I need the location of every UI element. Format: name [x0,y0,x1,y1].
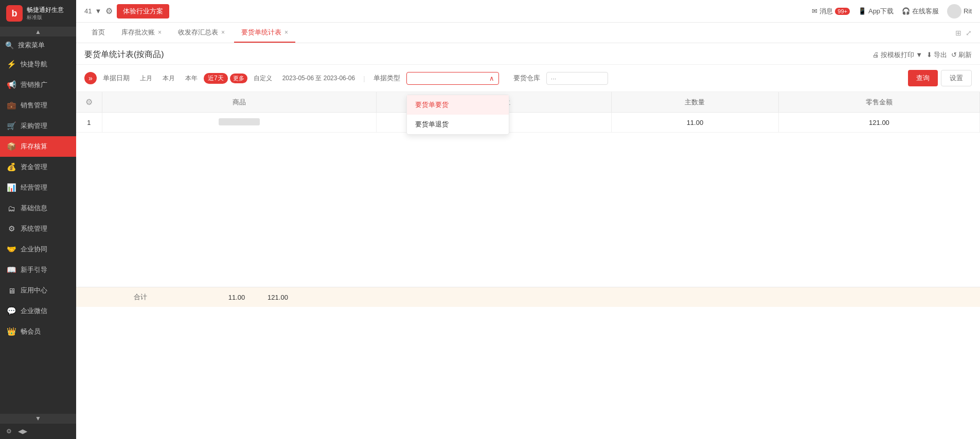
export-label: 导出 [934,50,947,60]
topbar: 41 ▼ ⚙ 体验行业方案 ✉ 消息 99+ 📱 App下载 🎧 在线客服 R [76,0,980,23]
dropdown-item-tuihuo[interactable]: 要货单退货 [407,115,509,134]
print-dropdown-icon[interactable]: ▼ [916,51,922,59]
sidebar-item-changhyuanui[interactable]: 👑 畅会员 [0,321,76,342]
store-dropdown-icon[interactable]: ▼ [95,7,101,15]
trial-btn[interactable]: 体验行业方案 [117,4,169,19]
tab-receive-summary-close[interactable]: × [221,29,225,36]
app-download-btn[interactable]: 📱 App下载 [858,7,894,16]
handshake-icon: 🤝 [6,244,16,254]
tab-receive-summary-label: 收发存汇总表 [178,28,218,37]
sidebar-item-caigouguanli[interactable]: 🛒 采购管理 [0,116,76,136]
row-index: 1 [76,113,102,133]
sidebar-item-label: 营销推广 [21,80,47,89]
sidebar-item-xitonguanli[interactable]: ⚙ 系统管理 [0,218,76,239]
sidebar-item-qiyexietong[interactable]: 🤝 企业协同 [0,239,76,260]
sidebar-item-jingyingguanli[interactable]: 📊 经营管理 [0,177,76,198]
dropdown-item-yaohuo[interactable]: 要货单要货 [407,95,509,115]
col-settings[interactable]: ⚙ [76,92,102,113]
topbar-store: 41 ▼ [84,7,101,15]
sidebar-item-yingyongzhongxin[interactable]: 🖥 应用中心 [0,280,76,301]
date-range: 2023-05-06 至 2023-06-06 [282,74,355,83]
date-btn-last-month[interactable]: 上月 [136,72,156,84]
headset-icon: 🎧 [902,7,910,15]
sidebar-bottom: ⚙ ◀▶ [0,423,76,439]
table-row: 1 块 11.00 121.00 [76,113,980,133]
sidebar-item-label: 采购管理 [21,121,47,131]
topbar-right: ✉ 消息 99+ 📱 App下载 🎧 在线客服 Rit [812,4,972,19]
sidebar-item-zijinguanli[interactable]: 💰 资金管理 [0,157,76,177]
sidebar-search[interactable]: 🔍 搜索菜单 [0,36,76,54]
message-label: 消息 [819,7,833,16]
tab-order-stat-close[interactable]: × [284,29,288,36]
message-icon: ✉ [812,7,817,15]
footer-amount: 121.00 [257,294,298,301]
date-btn-more[interactable]: 更多 [230,74,247,83]
sidebar-item-xinshouyindao[interactable]: 📖 新手引导 [0,260,76,280]
data-table: ⚙ 商品 主计量单位 主数量 零售金额 1 [76,92,980,133]
app-logo-icon: b [6,5,23,22]
date-btn-this-year[interactable]: 本年 [181,72,202,84]
sidebar-logo: b 畅捷通好生意 标准版 [0,0,76,27]
sidebar-settings-icon[interactable]: ⚙ [6,428,12,435]
user-avatar[interactable]: Rit [947,4,972,19]
sidebar-item-yingxiaotugguang[interactable]: 📢 营销推广 [0,75,76,95]
warehouse-label: 要货仓库 [513,74,540,83]
guide-icon: 📖 [6,265,16,275]
sidebar: b 畅捷通好生意 标准版 ▲ 🔍 搜索菜单 ⚡ 快捷导航 📢 营销推广 💼 销售… [0,0,76,439]
app-download-label: App下载 [868,7,894,16]
sidebar-item-label: 经营管理 [21,183,47,192]
export-btn[interactable]: ⬇ 导出 [926,50,947,60]
refresh-icon: ↺ [951,51,957,59]
type-label: 单据类型 [373,74,400,83]
message-btn[interactable]: ✉ 消息 99+ [812,7,850,16]
row-amount: 121.00 [778,113,979,133]
table-header-row: ⚙ 商品 主计量单位 主数量 零售金额 [76,92,980,113]
date-btns: 上月 本月 本年 近7天 更多 自定义 [136,72,276,84]
refresh-btn[interactable]: ↺ 刷新 [951,50,972,60]
inventory-icon: 📦 [6,141,16,152]
sidebar-item-kucunhesuan[interactable]: 📦 库存核算 [0,136,76,157]
date-btn-7days[interactable]: 近7天 [204,73,228,84]
query-btn[interactable]: 查询 [908,70,938,86]
tab-inventory-batch-close[interactable]: × [158,29,162,36]
col-product: 商品 [102,92,376,113]
tab-receive-summary[interactable]: 收发存汇总表 × [171,23,232,43]
sidebar-collapse-icon[interactable]: ◀▶ [18,428,27,435]
date-btn-custom[interactable]: 自定义 [250,72,276,84]
sidebar-item-kuaijiedaohang[interactable]: ⚡ 快捷导航 [0,54,76,75]
sidebar-item-jichuxinxi[interactable]: 🗂 基础信息 [0,198,76,218]
product-placeholder [219,118,260,125]
sidebar-scroll-down[interactable]: ▼ [0,414,76,423]
sidebar-item-qiyeweixin[interactable]: 💬 企业微信 [0,301,76,321]
sidebar-nav: ⚡ 快捷导航 📢 营销推广 💼 销售管理 🛒 采购管理 📦 库存核算 💰 资金管… [0,54,76,414]
tab-home[interactable]: 首页 [84,23,112,43]
sidebar-item-label: 新手引导 [21,265,47,275]
filter-expand-btn[interactable]: » [84,72,97,84]
print-btn[interactable]: 🖨 按模板打印 ▼ [872,50,922,60]
tab-expand-icon[interactable]: ⊞ [955,29,961,37]
empty-space [76,133,980,287]
sidebar-search-label: 搜索菜单 [18,41,45,50]
topbar-left: 41 ▼ ⚙ 体验行业方案 [84,4,169,19]
online-service-label: 在线客服 [912,7,939,16]
tab-inventory-batch[interactable]: 库存批次账 × [114,23,169,43]
sales-icon: 💼 [6,100,16,111]
tab-fullscreen-icon[interactable]: ⤢ [966,29,972,37]
export-icon: ⬇ [926,51,932,59]
sidebar-item-xiaoshouguanli[interactable]: 💼 销售管理 [0,95,76,116]
type-dropdown-menu: 要货单要货 要货单退货 [406,95,509,135]
sidebar-item-label: 系统管理 [21,224,47,233]
type-dropdown-arrow: ∧ [489,75,494,82]
message-badge: 99+ [835,8,850,15]
settings-btn[interactable]: 设置 [941,70,972,86]
online-service-btn[interactable]: 🎧 在线客服 [902,7,939,16]
warehouse-input[interactable]: ··· [546,72,608,85]
date-btn-this-month[interactable]: 本月 [158,72,179,84]
tab-order-stat-label: 要货单统计表 [241,28,281,37]
sidebar-scroll-up[interactable]: ▲ [0,27,76,36]
type-select[interactable]: ∧ [406,72,499,85]
tab-order-stat[interactable]: 要货单统计表 × [234,23,295,43]
app-sub: 标准版 [27,14,64,21]
topbar-gear-icon[interactable]: ⚙ [105,6,113,16]
print-icon: 🖨 [872,51,879,59]
